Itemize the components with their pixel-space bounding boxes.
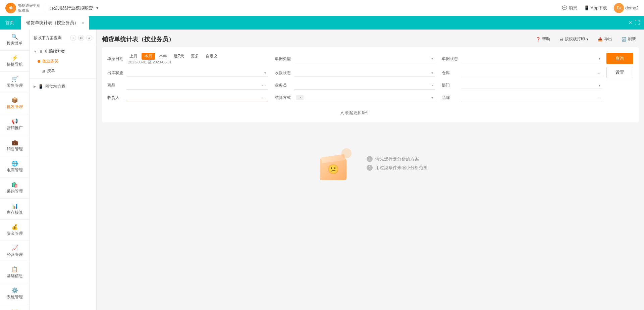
- sidebar-item-inventory[interactable]: 📊 库存核算: [0, 199, 29, 220]
- scheme-by-order[interactable]: ⊞ 按单: [30, 66, 96, 76]
- empty-hints: 1 请先选择要分析的方案 2 用过滤条件来缩小分析范围: [367, 156, 428, 171]
- search-menu-icon: 🔍: [11, 34, 18, 40]
- salesperson-dots: ···: [429, 83, 433, 88]
- date-tab-custom[interactable]: 自定义: [203, 53, 220, 60]
- mobile-scheme-icon: 📱: [38, 84, 43, 89]
- pc-scheme-arrow: ▼: [34, 50, 37, 53]
- collapse-scheme-btn[interactable]: «: [86, 35, 92, 41]
- brand-dots: ···: [596, 95, 600, 100]
- tab-fullscreen-icon[interactable]: ⛶: [635, 20, 640, 26]
- scheme-by-salesperson[interactable]: 按业务员: [30, 56, 96, 66]
- doc-type-input[interactable]: ▾: [294, 55, 435, 62]
- settlement-tag: ×: [296, 95, 304, 100]
- salesperson-input[interactable]: ···: [294, 81, 435, 90]
- consignee-input[interactable]: ···: [127, 94, 268, 102]
- export-btn[interactable]: 📤 导出: [595, 35, 615, 43]
- filter-side-actions: 查询 设置: [606, 53, 633, 117]
- date-tab-last-7[interactable]: 近7天: [171, 53, 187, 60]
- tab-home[interactable]: 首页: [0, 16, 19, 30]
- date-tab-last-month[interactable]: 上月: [127, 53, 140, 60]
- settings-scheme-btn[interactable]: ⚙: [78, 35, 84, 41]
- date-tab-more[interactable]: 更多: [188, 53, 202, 60]
- tab-bar-right: × ⛶: [629, 20, 644, 26]
- sidebar-item-purchase[interactable]: 🛍️ 采购管理: [0, 177, 29, 199]
- print-icon: 🖨: [559, 37, 564, 42]
- pc-scheme-icon: 🖥: [39, 49, 43, 54]
- page-title: 销货单统计表（按业务员）: [102, 35, 174, 43]
- goods-label: 商品: [107, 83, 124, 88]
- settings-btn[interactable]: 设置: [606, 67, 633, 78]
- tab-bar: 首页 销货单统计表（按业务员） × × ⛶: [0, 16, 644, 30]
- mobile-scheme-header[interactable]: ▶ 📱 移动端方案: [30, 82, 96, 91]
- add-scheme-btn[interactable]: +: [70, 35, 76, 41]
- refresh-btn[interactable]: 🔄 刷新: [619, 35, 639, 43]
- doc-status-input[interactable]: ▾: [461, 55, 602, 62]
- help-btn[interactable]: ❓ 帮助: [533, 35, 553, 43]
- sidebar-item-enterprise[interactable]: 🤝 企业协同: [0, 304, 29, 310]
- out-status-input[interactable]: ▾: [127, 70, 268, 76]
- system-icon: ⚙️: [11, 287, 18, 294]
- settlement-input[interactable]: × ▾: [294, 94, 435, 102]
- order-icon: ⊞: [42, 69, 45, 73]
- top-header: 畅 畅捷通好生意 标准版 办公用品行业模拟账套 ▾ 💬 消息 📱 App下载 E…: [0, 0, 644, 16]
- empty-hint-1: 1 请先选择要分析的方案: [367, 156, 419, 162]
- brand-input[interactable]: ···: [461, 94, 602, 102]
- dept-input[interactable]: ▾: [461, 82, 602, 89]
- tab-sales-stat[interactable]: 销货单统计表（按业务员） ×: [21, 16, 89, 30]
- empty-box-face: 😕: [327, 164, 339, 175]
- sidebar-item-basic-info[interactable]: 📋 基础信息: [0, 262, 29, 283]
- mobile-scheme-arrow: ▶: [34, 85, 36, 88]
- sidebar-item-search-menu[interactable]: 🔍 搜索菜单: [0, 30, 29, 51]
- app-download-icon: 📱: [584, 5, 589, 10]
- date-tabs: 上月 本月 本年 近7天 更多 自定义: [127, 53, 268, 60]
- header-right: 💬 消息 📱 App下载 Ea demo2: [562, 3, 639, 13]
- collapse-btn[interactable]: ⋀ 收起更多条件: [336, 109, 373, 117]
- template-print-btn[interactable]: 🖨 按模板打印 ▾: [557, 35, 591, 43]
- breadcrumb-dropdown[interactable]: ▾: [96, 6, 98, 10]
- user-action[interactable]: Ea demo2: [614, 3, 639, 13]
- right-content: 销货单统计表（按业务员） ❓ 帮助 🖨 按模板打印 ▾ 📤 导出: [97, 30, 644, 310]
- tab-close-icon[interactable]: ×: [82, 21, 84, 25]
- receive-status-label: 收款状态: [275, 70, 291, 76]
- left-panel: 按以下方案查询 + ⚙ « ▼ 🖥 电脑端方案: [30, 30, 97, 310]
- sidebar-item-wholesale[interactable]: 📦 批发管理: [0, 93, 29, 114]
- settlement-tag-remove[interactable]: ×: [300, 96, 302, 100]
- receive-status-input[interactable]: ▾: [294, 70, 435, 76]
- filter-consignee: 收货人 ···: [107, 94, 268, 102]
- logo-icon: 畅: [5, 3, 16, 13]
- empty-illustration: 😕: [313, 147, 353, 180]
- message-action[interactable]: 💬 消息: [562, 5, 577, 11]
- date-tab-this-month[interactable]: 本月: [142, 53, 155, 60]
- operations-icon: 📈: [11, 245, 18, 251]
- filter-row-2: 出库状态 ▾ 收款状态: [107, 69, 602, 77]
- app-download-action[interactable]: 📱 App下载: [584, 5, 607, 11]
- sidebar-item-ecommerce[interactable]: 🌐 电商管理: [0, 156, 29, 177]
- sidebar-item-system[interactable]: ⚙️ 系统管理: [0, 283, 29, 304]
- consignee-dots: ···: [262, 95, 266, 100]
- filter-main: 单据日期 上月 本月 本年 近7天 更多 自定义: [107, 53, 633, 117]
- empty-decoration-1: [341, 148, 352, 158]
- filter-doc-type: 单据类型 ▾: [275, 53, 435, 65]
- filter-warehouse: 仓库 ···: [442, 69, 602, 77]
- sidebar-item-finance[interactable]: 💰 资金管理: [0, 220, 29, 241]
- filter-date: 单据日期 上月 本月 本年 近7天 更多 自定义: [107, 53, 268, 65]
- filter-out-status: 出库状态 ▾: [107, 69, 268, 77]
- marketing-icon: 📢: [11, 118, 18, 124]
- pc-scheme-header[interactable]: ▼ 🖥 电脑端方案: [30, 47, 96, 56]
- warehouse-input[interactable]: ···: [461, 69, 602, 77]
- help-icon: ❓: [536, 37, 541, 42]
- date-tab-this-year[interactable]: 本年: [156, 53, 170, 60]
- tab-close-window-icon[interactable]: ×: [629, 20, 632, 26]
- sidebar-item-operations[interactable]: 📈 经营管理: [0, 241, 29, 262]
- query-btn[interactable]: 查询: [606, 53, 633, 64]
- filter-receive-status: 收款状态 ▾: [275, 69, 435, 77]
- sidebar-item-marketing[interactable]: 📢 营销推广: [0, 114, 29, 135]
- sidebar-item-quick-nav[interactable]: ⚡ 快捷导航: [0, 51, 29, 72]
- collapse-icon: ⋀: [340, 111, 344, 115]
- collapse-row: ⋀ 收起更多条件: [107, 106, 602, 117]
- sidebar-item-retail[interactable]: 🛒 零售管理: [0, 72, 29, 93]
- refresh-icon: 🔄: [622, 37, 627, 42]
- sidebar-item-sales[interactable]: 💼 销售管理: [0, 135, 29, 156]
- goods-input[interactable]: ···: [127, 81, 268, 90]
- doc-type-label: 单据类型: [275, 56, 291, 62]
